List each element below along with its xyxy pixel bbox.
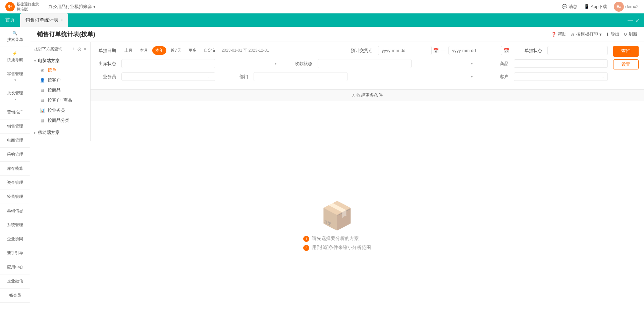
tab-close-icon[interactable]: × [60, 18, 63, 22]
logo-text: 畅捷通好生意 标准版 [17, 2, 39, 11]
nav-tab-controls: — ⤢ [628, 17, 644, 23]
sidebar-item-marketing[interactable]: 营销推广 [0, 105, 30, 119]
minimize-icon[interactable]: — [628, 17, 633, 23]
template-print-button[interactable]: 🖨 按模板打印 ▾ [571, 31, 602, 37]
sidebar-item-inventory[interactable]: 库存核算 [0, 162, 30, 176]
nav-tabs: 首页 销售订单统计表 × — ⤢ [0, 13, 644, 27]
scheme-item-by-customer-goods[interactable]: ▦ 按客户+商品 [30, 95, 90, 105]
refresh-button[interactable]: ↻ 刷新 [624, 31, 637, 37]
sidebar-item-enterprise[interactable]: 企业协同 [0, 232, 30, 246]
staff-field[interactable]: ··· [121, 72, 215, 81]
customer-field[interactable]: ··· [514, 72, 608, 81]
dept-wrapper: ▾ [254, 72, 476, 81]
dept-select[interactable] [254, 72, 347, 81]
tab-sales-order-stats[interactable]: 销售订单统计表 × [20, 13, 68, 27]
expected-date-start[interactable] [378, 46, 432, 55]
sidebar-item-basic[interactable]: 基础信息 [0, 204, 30, 218]
download-icon: 📱 [584, 4, 589, 9]
sidebar-item-ecommerce[interactable]: 电商管理 [0, 134, 30, 148]
out-status-wrapper: ▾ [121, 59, 279, 68]
scheme-item-by-order[interactable]: ◉ 按单 [30, 65, 90, 75]
print-icon: 🖨 [571, 32, 575, 37]
help-button[interactable]: ❓ 帮助 [551, 31, 567, 37]
goods-field[interactable]: ··· [514, 59, 608, 68]
this-month-btn[interactable]: 本月 [137, 46, 151, 55]
chevron-down-icon: ▾ [599, 32, 602, 37]
last-month-btn[interactable]: 上月 [121, 46, 136, 55]
sidebar-item-wechat[interactable]: 企业微信 [0, 274, 30, 289]
sidebar-item-sales[interactable]: 销售管理 [0, 119, 30, 134]
table-icon: ▦ [40, 98, 45, 103]
scheme-item-by-customer[interactable]: 👤 按客户 [30, 75, 90, 85]
scheme-panel-actions: + ⊙ « [72, 46, 86, 52]
sidebar-item-wholesale[interactable]: 批发管理 ▴ [0, 86, 30, 105]
bar-icon: 📊 [40, 108, 45, 113]
chevron-icon: ▾ [14, 78, 16, 82]
edit-scheme-icon[interactable]: ⊙ [77, 46, 82, 52]
calendar-icon[interactable]: 📅 [503, 48, 509, 53]
collapse-bar[interactable]: ∧ 收起更多条件 [91, 89, 644, 101]
sidebar-item-retail[interactable]: 零售管理 ▾ [0, 67, 30, 86]
last-7days-btn[interactable]: 近7天 [168, 46, 184, 55]
expand-icon[interactable]: ⤢ [636, 17, 640, 23]
settings-button[interactable]: 设置 [613, 59, 639, 69]
date-range-text: 2023-01-01 至 2023-12-31 [222, 48, 269, 53]
status-select-wrapper [547, 46, 608, 55]
scheme-section-desktop: ▾ 电脑端方案 ◉ 按单 👤 按客户 ▦ 按商品 [30, 55, 90, 127]
sidebar: 🔍 搜索菜单 ⚡ 快捷导航 零售管理 ▾ 批发管理 ▴ 营销推广 销售管理 电商… [0, 27, 30, 310]
nav-icon: ⚡ [12, 51, 17, 56]
this-year-btn[interactable]: 本年 [152, 46, 166, 55]
empty-tip-2: 2 用[过滤]条件来缩小分析范围 [303, 245, 371, 251]
scheme-section-mobile-header[interactable]: ▸ 移动端方案 [30, 128, 90, 137]
message-button[interactable]: 💬 消息 [562, 4, 577, 10]
chevron-icon: ▾ [471, 61, 473, 66]
add-scheme-icon[interactable]: + [72, 46, 75, 52]
empty-tip-1: 1 请先选择要分析的方案 [303, 236, 371, 242]
tab-home[interactable]: 首页 [0, 13, 20, 27]
expected-date-end[interactable] [448, 46, 502, 55]
custom-btn[interactable]: 自定义 [201, 46, 219, 55]
receive-status-wrapper: ▾ [318, 59, 476, 68]
sidebar-item-finance[interactable]: 资金管理 [0, 176, 30, 190]
expected-date-range: 📅 — 📅 [378, 46, 509, 55]
more-dots-icon[interactable]: ··· [208, 74, 212, 79]
app-download-button[interactable]: 📱 App下载 [584, 4, 607, 10]
receive-status-select[interactable] [318, 59, 412, 68]
sidebar-item-system[interactable]: 系统管理 [0, 218, 30, 232]
sidebar-item-member[interactable]: 畅会员 [0, 289, 30, 303]
more-btn[interactable]: 更多 [185, 46, 200, 55]
sidebar-item-operations[interactable]: 经营管理 [0, 190, 30, 204]
out-status-select[interactable] [121, 59, 215, 68]
scheme-item-by-goods-cat[interactable]: ▦ 按商品分类 [30, 115, 90, 125]
page-actions: ❓ 帮助 🖨 按模板打印 ▾ ⬇ 导出 ↻ 刷新 [551, 31, 637, 37]
scheme-item-by-goods[interactable]: ▦ 按商品 [30, 85, 90, 95]
table-icon: ▦ [40, 118, 45, 123]
query-button[interactable]: 查询 [613, 46, 639, 57]
chevron-icon: ▴ [14, 97, 16, 101]
collapse-scheme-icon[interactable]: « [84, 46, 86, 52]
user-avatar-area[interactable]: Ea demo2 [614, 2, 639, 12]
filter-row-staff: 业务员 ··· 部门 ▾ [96, 72, 608, 81]
more-dots-icon[interactable]: ··· [600, 61, 604, 66]
export-icon: ⬇ [606, 32, 609, 37]
chevron-icon: ▾ [275, 61, 277, 66]
more-dots-icon[interactable]: ··· [600, 74, 604, 79]
sidebar-item-purchase[interactable]: 采购管理 [0, 148, 30, 162]
logo-icon: 好 [5, 2, 15, 11]
calendar-icon[interactable]: 📅 [433, 48, 439, 53]
radio-icon: ◉ [40, 67, 45, 73]
sidebar-search-menu[interactable]: 🔍 搜索菜单 [0, 27, 30, 47]
scheme-section-desktop-header[interactable]: ▾ 电脑端方案 [30, 56, 90, 65]
app-selector[interactable]: 办公用品行业模拟账套 ▾ [48, 4, 96, 10]
sidebar-item-appcenter[interactable]: 应用中心 [0, 260, 30, 274]
expand-arrow-icon: ▾ [34, 59, 36, 63]
sidebar-item-newbie[interactable]: 新手引导 [0, 246, 30, 260]
scheme-section-mobile: ▸ 移动端方案 [30, 127, 90, 138]
status-select[interactable] [547, 46, 608, 55]
export-button[interactable]: ⬇ 导出 [606, 31, 620, 37]
filter-wrapper: 按以下方案查询 + ⊙ « ▾ 电脑端方案 ◉ 按单 [30, 42, 644, 141]
main-layout: 🔍 搜索菜单 ⚡ 快捷导航 零售管理 ▾ 批发管理 ▴ 营销推广 销售管理 电商… [0, 27, 644, 310]
scheme-item-by-staff[interactable]: 📊 按业务员 [30, 105, 90, 115]
sidebar-quick-nav[interactable]: ⚡ 快捷导航 [0, 47, 30, 67]
chevron-down-icon: ▾ [93, 4, 96, 9]
